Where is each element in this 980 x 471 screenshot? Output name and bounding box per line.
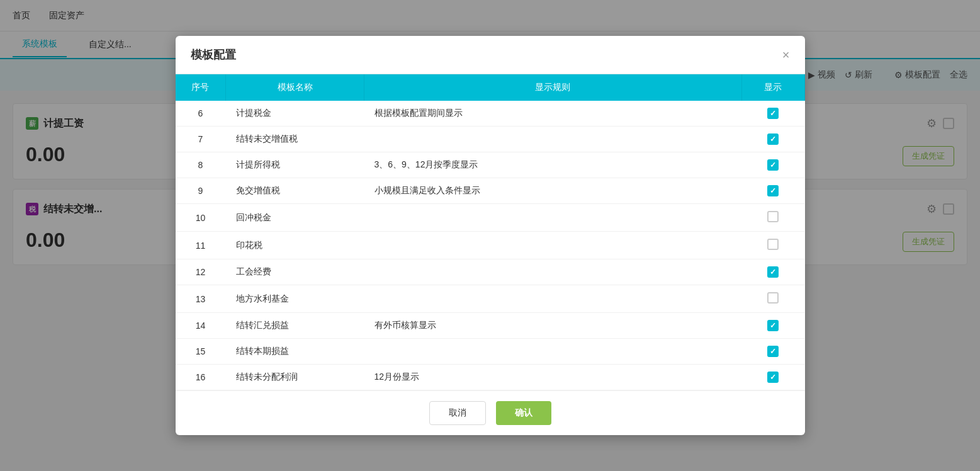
row-name: 结转本期损益 bbox=[226, 339, 364, 365]
row-index: 6 bbox=[176, 101, 226, 127]
modal: 模板配置 × 序号 模板名称 显示规则 显示 6计提税金根据模板配置期间显示7结… bbox=[176, 36, 805, 435]
row-name: 印花税 bbox=[226, 232, 364, 259]
table-row: 9免交增值税小规模且满足收入条件显示 bbox=[176, 178, 805, 204]
row-name: 结转汇兑损益 bbox=[226, 313, 364, 339]
row-name: 回冲税金 bbox=[226, 204, 364, 232]
modal-title: 模板配置 bbox=[191, 47, 236, 62]
modal-table-scroll[interactable]: 序号 模板名称 显示规则 显示 6计提税金根据模板配置期间显示7结转未交增值税8… bbox=[176, 74, 805, 390]
row-display-cell bbox=[741, 152, 804, 178]
modal-tbody: 6计提税金根据模板配置期间显示7结转未交增值税8计提所得税3、6、9、12月按季… bbox=[176, 101, 805, 390]
row-name: 计提所得税 bbox=[226, 152, 364, 178]
row-rule bbox=[364, 285, 742, 313]
row-rule bbox=[364, 204, 742, 232]
row-display-cell bbox=[741, 259, 804, 285]
table-header: 序号 模板名称 显示规则 显示 bbox=[176, 74, 805, 101]
col-name: 模板名称 bbox=[226, 74, 364, 101]
row-name: 结转未分配利润 bbox=[226, 365, 364, 390]
row-index: 7 bbox=[176, 127, 226, 152]
row-display-cell bbox=[741, 178, 804, 204]
row-checkbox[interactable] bbox=[767, 346, 779, 357]
table-row: 15结转本期损益 bbox=[176, 339, 805, 365]
row-checkbox[interactable] bbox=[767, 211, 779, 222]
modal-table: 序号 模板名称 显示规则 显示 6计提税金根据模板配置期间显示7结转未交增值税8… bbox=[176, 74, 805, 390]
row-rule: 小规模且满足收入条件显示 bbox=[364, 178, 742, 204]
row-name: 工会经费 bbox=[226, 259, 364, 285]
row-index: 14 bbox=[176, 313, 226, 339]
row-name: 结转未交增值税 bbox=[226, 127, 364, 152]
row-rule bbox=[364, 127, 742, 152]
row-rule: 12月份显示 bbox=[364, 365, 742, 390]
table-row: 10回冲税金 bbox=[176, 204, 805, 232]
row-display-cell bbox=[741, 313, 804, 339]
row-display-cell bbox=[741, 204, 804, 232]
cancel-button[interactable]: 取消 bbox=[429, 401, 486, 425]
row-display-cell bbox=[741, 285, 804, 313]
row-checkbox[interactable] bbox=[767, 159, 779, 171]
table-row: 13地方水利基金 bbox=[176, 285, 805, 313]
col-rule: 显示规则 bbox=[364, 74, 742, 101]
modal-header: 模板配置 × bbox=[176, 36, 805, 74]
row-name: 免交增值税 bbox=[226, 178, 364, 204]
row-display-cell bbox=[741, 365, 804, 390]
row-checkbox[interactable] bbox=[767, 372, 779, 383]
row-index: 13 bbox=[176, 285, 226, 313]
row-index: 11 bbox=[176, 232, 226, 259]
table-row: 8计提所得税3、6、9、12月按季度显示 bbox=[176, 152, 805, 178]
table-row: 11印花税 bbox=[176, 232, 805, 259]
row-rule bbox=[364, 232, 742, 259]
row-display-cell bbox=[741, 232, 804, 259]
row-checkbox[interactable] bbox=[767, 108, 779, 119]
modal-footer: 取消 确认 bbox=[176, 390, 805, 435]
row-checkbox[interactable] bbox=[767, 292, 779, 304]
col-index: 序号 bbox=[176, 74, 226, 101]
row-checkbox[interactable] bbox=[767, 133, 779, 145]
col-display: 显示 bbox=[741, 74, 804, 101]
row-rule bbox=[364, 259, 742, 285]
row-checkbox[interactable] bbox=[767, 185, 779, 196]
row-index: 10 bbox=[176, 204, 226, 232]
table-row: 16结转未分配利润12月份显示 bbox=[176, 365, 805, 390]
row-rule: 有外币核算显示 bbox=[364, 313, 742, 339]
row-rule: 根据模板配置期间显示 bbox=[364, 101, 742, 127]
row-index: 16 bbox=[176, 365, 226, 390]
row-name: 计提税金 bbox=[226, 101, 364, 127]
row-index: 12 bbox=[176, 259, 226, 285]
confirm-button[interactable]: 确认 bbox=[496, 401, 551, 425]
row-name: 地方水利基金 bbox=[226, 285, 364, 313]
row-checkbox[interactable] bbox=[767, 239, 779, 250]
row-rule bbox=[364, 339, 742, 365]
table-row: 6计提税金根据模板配置期间显示 bbox=[176, 101, 805, 127]
modal-overlay: 模板配置 × 序号 模板名称 显示规则 显示 6计提税金根据模板配置期间显示7结… bbox=[0, 0, 980, 471]
table-row: 12工会经费 bbox=[176, 259, 805, 285]
row-checkbox[interactable] bbox=[767, 320, 779, 331]
row-rule: 3、6、9、12月按季度显示 bbox=[364, 152, 742, 178]
row-index: 9 bbox=[176, 178, 226, 204]
row-index: 15 bbox=[176, 339, 226, 365]
row-display-cell bbox=[741, 127, 804, 152]
row-index: 8 bbox=[176, 152, 226, 178]
row-display-cell bbox=[741, 101, 804, 127]
table-row: 7结转未交增值税 bbox=[176, 127, 805, 152]
modal-close-button[interactable]: × bbox=[782, 48, 790, 61]
row-checkbox[interactable] bbox=[767, 266, 779, 278]
table-row: 14结转汇兑损益有外币核算显示 bbox=[176, 313, 805, 339]
row-display-cell bbox=[741, 339, 804, 365]
